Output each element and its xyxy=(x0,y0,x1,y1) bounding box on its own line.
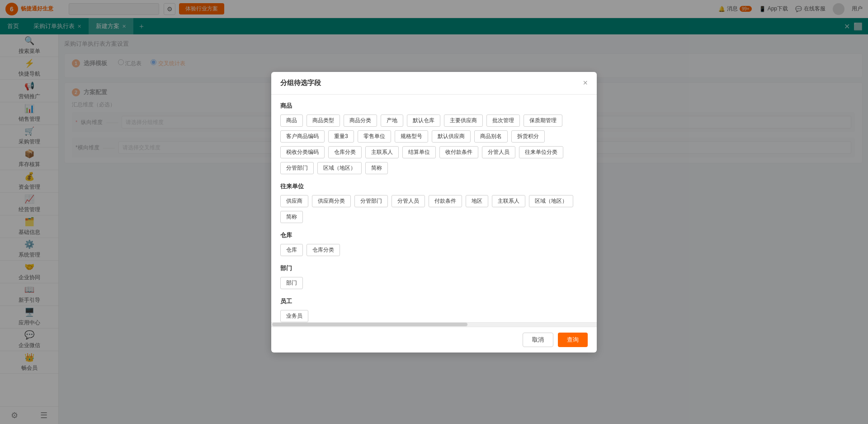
modal-hscroll[interactable] xyxy=(271,322,597,326)
chip-product-24[interactable]: 简称 xyxy=(365,162,388,174)
chip-product-1[interactable]: 商品类型 xyxy=(307,114,340,127)
chip-partner-6[interactable]: 主联系人 xyxy=(492,195,525,207)
chip-product-6[interactable]: 批次管理 xyxy=(486,114,520,127)
chip-product-7[interactable]: 保质期管理 xyxy=(524,114,562,127)
section-product-title: 商品 xyxy=(280,102,588,110)
chip-partner-7[interactable]: 区域（地区） xyxy=(529,195,573,207)
chip-product-8[interactable]: 客户商品编码 xyxy=(280,130,325,143)
section-employee: 员工 业务员 xyxy=(280,297,588,322)
modal-header: 分组待选字段 × xyxy=(271,72,597,95)
modal-dialog: 分组待选字段 × 商品 商品 商品类型 商品分类 产地 默认仓库 主要供应商 批… xyxy=(271,72,597,353)
chip-partner-8[interactable]: 简称 xyxy=(280,211,303,223)
modal-body: 商品 商品 商品类型 商品分类 产地 默认仓库 主要供应商 批次管理 保质期管理… xyxy=(271,95,597,323)
chip-partner-0[interactable]: 供应商 xyxy=(280,195,308,207)
chip-partner-2[interactable]: 分管部门 xyxy=(354,195,388,207)
section-product: 商品 商品 商品类型 商品分类 产地 默认仓库 主要供应商 批次管理 保质期管理… xyxy=(280,102,588,174)
section-partner: 往来单位 供应商 供应商分类 分管部门 分管人员 付款条件 地区 主联系人 区域… xyxy=(280,182,588,223)
modal-footer: 取消 查询 xyxy=(271,327,597,353)
section-partner-chips: 供应商 供应商分类 分管部门 分管人员 付款条件 地区 主联系人 区域（地区） … xyxy=(280,195,588,223)
section-dept-chips: 部门 xyxy=(280,277,588,289)
chip-warehouse-1[interactable]: 仓库分类 xyxy=(307,244,340,256)
chip-employee-0[interactable]: 业务员 xyxy=(280,310,308,322)
modal-overlay: 分组待选字段 × 商品 商品 商品类型 商品分类 产地 默认仓库 主要供应商 批… xyxy=(0,0,868,424)
chip-product-11[interactable]: 规格型号 xyxy=(395,130,428,143)
chip-product-15[interactable]: 税收分类编码 xyxy=(280,146,325,158)
chip-product-0[interactable]: 商品 xyxy=(280,114,303,127)
section-dept-title: 部门 xyxy=(280,264,588,272)
chip-product-23[interactable]: 区域（地区） xyxy=(317,162,362,174)
chip-partner-3[interactable]: 分管人员 xyxy=(392,195,425,207)
modal-title: 分组待选字段 xyxy=(280,79,321,87)
section-employee-chips: 业务员 xyxy=(280,310,588,322)
chip-product-16[interactable]: 仓库分类 xyxy=(328,146,362,158)
modal-hscroll-thumb xyxy=(272,323,467,326)
chip-product-9[interactable]: 重量3 xyxy=(328,130,354,143)
section-dept: 部门 部门 xyxy=(280,264,588,289)
chip-partner-5[interactable]: 地区 xyxy=(466,195,488,207)
chip-warehouse-0[interactable]: 仓库 xyxy=(280,244,303,256)
chip-partner-4[interactable]: 付款条件 xyxy=(429,195,462,207)
section-warehouse: 仓库 仓库 仓库分类 xyxy=(280,231,588,256)
chip-product-2[interactable]: 商品分类 xyxy=(344,114,377,127)
chip-product-17[interactable]: 主联系人 xyxy=(365,146,399,158)
chip-product-19[interactable]: 收付款条件 xyxy=(439,146,478,158)
section-partner-title: 往来单位 xyxy=(280,182,588,191)
chip-product-13[interactable]: 商品别名 xyxy=(474,130,508,143)
section-warehouse-chips: 仓库 仓库分类 xyxy=(280,244,588,256)
chip-product-4[interactable]: 默认仓库 xyxy=(407,114,440,127)
modal-close-button[interactable]: × xyxy=(583,78,588,88)
chip-product-20[interactable]: 分管人员 xyxy=(482,146,515,158)
section-employee-title: 员工 xyxy=(280,297,588,305)
section-warehouse-title: 仓库 xyxy=(280,231,588,239)
chip-product-5[interactable]: 主要供应商 xyxy=(444,114,483,127)
chip-product-12[interactable]: 默认供应商 xyxy=(432,130,471,143)
chip-product-10[interactable]: 零售单位 xyxy=(358,130,391,143)
chip-partner-1[interactable]: 供应商分类 xyxy=(312,195,351,207)
modal-confirm-button[interactable]: 查询 xyxy=(558,333,588,347)
modal-cancel-button[interactable]: 取消 xyxy=(523,333,553,347)
chip-product-22[interactable]: 分管部门 xyxy=(280,162,314,174)
chip-dept-0[interactable]: 部门 xyxy=(280,277,303,289)
chip-product-14[interactable]: 拆货积分 xyxy=(511,130,545,143)
chip-product-18[interactable]: 结算单位 xyxy=(402,146,436,158)
chip-product-3[interactable]: 产地 xyxy=(381,114,403,127)
section-product-chips: 商品 商品类型 商品分类 产地 默认仓库 主要供应商 批次管理 保质期管理 客户… xyxy=(280,114,588,174)
chip-product-21[interactable]: 往来单位分类 xyxy=(519,146,563,158)
